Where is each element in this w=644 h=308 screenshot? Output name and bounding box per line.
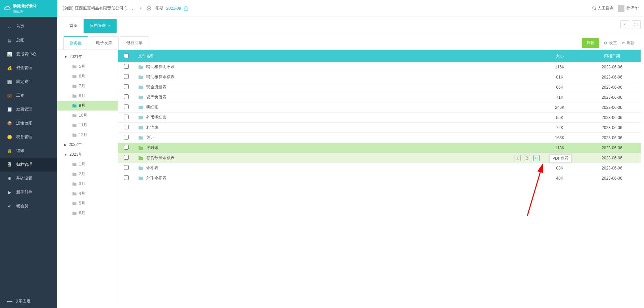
company-selector[interactable]: (勿删) 江西服宝精品有限责任公司 (… ⌄ bbox=[63, 5, 134, 11]
row-checkbox[interactable] bbox=[124, 125, 129, 129]
col-name: 文件名称 bbox=[135, 53, 536, 59]
nav-label: 新手引导 bbox=[16, 189, 32, 195]
tree-year[interactable]: ▼2023年 bbox=[57, 150, 118, 159]
sidebar-item[interactable]: 📊云报表中心 bbox=[0, 47, 57, 61]
file-size: 83K bbox=[536, 166, 583, 171]
sidebar-item[interactable]: 💼工资 bbox=[0, 89, 57, 102]
sub-tab-bank[interactable]: 银行回单 bbox=[120, 36, 149, 50]
tree-month[interactable]: 5月 bbox=[57, 62, 118, 71]
row-checkbox[interactable] bbox=[124, 155, 129, 160]
archive-date: 2023-06-06 bbox=[583, 125, 641, 130]
nav-label: 资金管理 bbox=[16, 65, 32, 71]
sidebar-item[interactable]: 🗄归档管理 bbox=[0, 158, 57, 172]
sidebar-item[interactable]: ⚙基础设置 bbox=[0, 172, 57, 185]
archive-button[interactable]: 归档 bbox=[582, 38, 599, 48]
folder-icon bbox=[138, 74, 144, 80]
sidebar-item[interactable]: ✔畅会员 bbox=[0, 199, 57, 213]
tree-month[interactable]: 7月 bbox=[57, 81, 118, 91]
sidebar-item[interactable]: ▶新手引导 bbox=[0, 185, 57, 199]
tree-month[interactable]: 11月 bbox=[57, 120, 118, 130]
sub-tab-finance[interactable]: 财务账 bbox=[63, 36, 88, 50]
row-checkbox[interactable] bbox=[124, 115, 129, 119]
row-checkbox[interactable] bbox=[124, 165, 129, 170]
settings-label: 设置 bbox=[609, 40, 617, 46]
view-icon[interactable] bbox=[533, 155, 540, 161]
table-row[interactable]: 现金流量表66K2023-06-06 bbox=[118, 82, 641, 92]
headset-icon bbox=[591, 6, 596, 11]
nav-icon: ⌂ bbox=[7, 24, 12, 29]
table-row[interactable]: 利润表72K2023-06-06 bbox=[118, 123, 641, 133]
sidebar-item[interactable]: 🪙税务管理 bbox=[0, 130, 57, 144]
tree-month[interactable]: 10月 bbox=[57, 111, 118, 120]
gear-icon[interactable] bbox=[147, 6, 151, 11]
table-row[interactable]: 余额表83K2023-06-06 bbox=[118, 163, 641, 173]
table-row[interactable]: 辅助核算余额表81K2023-06-06 bbox=[118, 72, 641, 82]
table-row[interactable]: 序时账113K2023-06-06 bbox=[118, 143, 641, 153]
period-selector[interactable]: 账期 2021-09 bbox=[155, 5, 188, 11]
tree-month[interactable]: 1月 bbox=[57, 159, 118, 169]
file-size: 246K bbox=[536, 105, 583, 110]
table-row[interactable]: 资产负债表71K2023-06-06 bbox=[118, 92, 641, 102]
row-checkbox[interactable] bbox=[124, 175, 129, 180]
sub-tab-einvoice[interactable]: 电子发票 bbox=[90, 36, 119, 50]
download-icon[interactable] bbox=[515, 155, 521, 161]
tree-year[interactable]: ▼2021年 bbox=[57, 52, 118, 62]
table-row[interactable]: 存货数量余额表2K2023-06-06PDF查看 bbox=[118, 153, 641, 163]
close-icon[interactable]: × bbox=[108, 23, 111, 28]
row-checkbox[interactable] bbox=[124, 84, 129, 89]
tree-month[interactable]: 5月 bbox=[57, 198, 118, 208]
archive-date: 2023-06-06 bbox=[583, 65, 641, 69]
sidebar-item[interactable]: 🔒结账 bbox=[0, 144, 57, 158]
archive-date: 2023-06-06 bbox=[583, 115, 641, 120]
pdf-icon[interactable] bbox=[524, 155, 530, 161]
help-link[interactable]: 人工咨询 bbox=[591, 5, 614, 11]
folder-icon bbox=[72, 182, 77, 186]
row-checkbox[interactable] bbox=[124, 104, 129, 109]
nav-label: 税务管理 bbox=[16, 134, 32, 140]
user-menu[interactable]: 徐泽华 bbox=[618, 5, 639, 12]
select-all-checkbox[interactable] bbox=[124, 53, 129, 58]
tree-year[interactable]: ▶2022年 bbox=[57, 140, 118, 150]
sidebar-item[interactable]: 📦进销台账 bbox=[0, 116, 57, 130]
table-row[interactable]: 辅助核算明细账116K2023-06-06 bbox=[118, 62, 641, 72]
fullscreen-button[interactable] bbox=[632, 20, 641, 29]
tree-month[interactable]: 6月 bbox=[57, 71, 118, 81]
sidebar-item[interactable]: ⌂首页 bbox=[0, 20, 57, 33]
sidebar-item[interactable]: 💰资金管理 bbox=[0, 61, 57, 75]
tree-month[interactable]: 9月 bbox=[57, 101, 118, 111]
tree-month[interactable]: 6月 bbox=[57, 208, 118, 218]
tree-month[interactable]: 8月 bbox=[57, 91, 118, 101]
table-row[interactable]: 凭证163K2023-06-06 bbox=[118, 133, 641, 143]
svg-point-0 bbox=[149, 8, 150, 9]
refresh-link[interactable]: ⟳ 刷新 bbox=[622, 40, 635, 46]
settings-link[interactable]: ⚙ 设置 bbox=[604, 40, 617, 46]
file-size: 48K bbox=[536, 176, 583, 181]
close-all-button[interactable]: × bbox=[620, 20, 629, 29]
tree-month[interactable]: 3月 bbox=[57, 179, 118, 189]
sidebar-item[interactable]: 🧾发票管理 bbox=[0, 102, 57, 116]
nav-label: 归档管理 bbox=[16, 162, 32, 167]
tree-month[interactable]: 2月 bbox=[57, 169, 118, 179]
file-size: 81K bbox=[536, 75, 583, 80]
row-checkbox[interactable] bbox=[124, 64, 129, 69]
sidebar-footer-label: 取消固定 bbox=[14, 298, 31, 304]
sidebar-unpin[interactable]: ⟵ 取消固定 bbox=[0, 294, 57, 308]
plus-icon[interactable]: ＋ bbox=[139, 5, 143, 11]
tree-month[interactable]: 12月 bbox=[57, 130, 118, 140]
sub-tab-label: 财务账 bbox=[70, 41, 82, 45]
tab-home[interactable]: 首页 bbox=[63, 19, 84, 33]
row-checkbox[interactable] bbox=[124, 74, 129, 79]
tab-archive-mgmt[interactable]: 归档管理 × bbox=[84, 19, 117, 33]
row-checkbox[interactable] bbox=[124, 145, 129, 150]
sidebar-item[interactable]: ▤总账 bbox=[0, 33, 57, 47]
period-label: 账期 bbox=[155, 5, 163, 11]
file-name: 余额表 bbox=[146, 165, 158, 171]
sidebar-item[interactable]: 🏢固定资产 bbox=[0, 75, 57, 89]
tree-month[interactable]: 4月 bbox=[57, 189, 118, 198]
row-actions bbox=[515, 155, 540, 161]
row-checkbox[interactable] bbox=[124, 94, 129, 99]
table-row[interactable]: 明细账246K2023-06-06 bbox=[118, 102, 641, 113]
row-checkbox[interactable] bbox=[124, 135, 129, 140]
table-row[interactable]: 外币明细账55K2023-06-06 bbox=[118, 113, 641, 123]
table-row[interactable]: 外币余额表48K2023-06-06 bbox=[118, 173, 641, 183]
